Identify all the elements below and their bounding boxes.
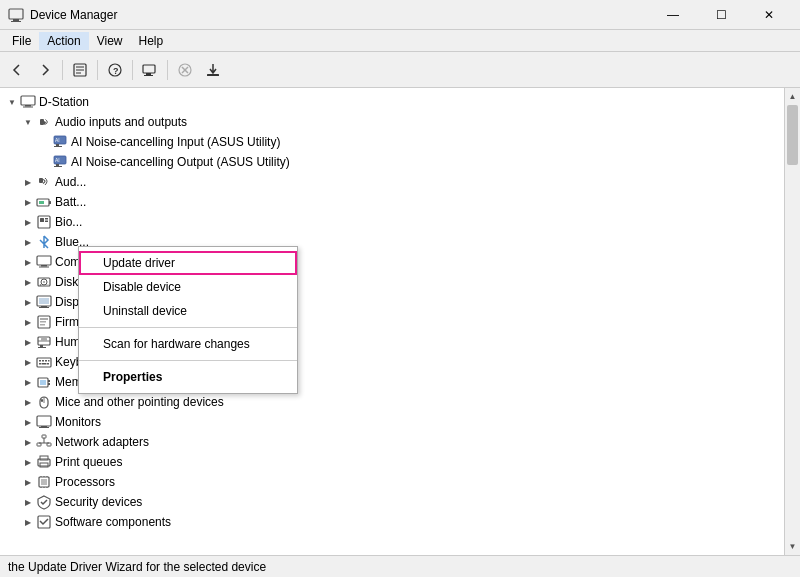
- menu-action[interactable]: Action: [39, 32, 88, 50]
- toolbar-sep-2: [97, 60, 98, 80]
- tree-item-software[interactable]: ▶ Software components: [0, 512, 784, 532]
- monitors-label: Monitors: [55, 415, 101, 429]
- tree-item-monitors[interactable]: ▶ Monitors: [0, 412, 784, 432]
- mice-icon: [36, 394, 52, 410]
- aud2-icon: [36, 174, 52, 190]
- svg-rect-33: [40, 218, 44, 222]
- expand-print[interactable]: ▶: [20, 454, 36, 470]
- audio-label: Audio inputs and outputs: [55, 115, 187, 129]
- audio-icon: [36, 114, 52, 130]
- svg-rect-19: [40, 119, 44, 125]
- tree-item-bios[interactable]: ▶ Bio...: [0, 212, 784, 232]
- svg-rect-11: [144, 75, 153, 76]
- ctx-scan-hardware[interactable]: Scan for hardware changes: [79, 332, 297, 356]
- ctx-update-driver[interactable]: Update driver: [79, 251, 297, 275]
- svg-rect-31: [39, 201, 44, 204]
- ai-output-icon: AI: [52, 154, 68, 170]
- status-text: the Update Driver Wizard for the selecte…: [8, 560, 266, 574]
- svg-rect-67: [48, 383, 50, 385]
- scroll-track[interactable]: [785, 105, 800, 538]
- menu-help[interactable]: Help: [131, 32, 172, 50]
- tree-item-aud2[interactable]: ▶ Aud...: [0, 172, 784, 192]
- expand-hid[interactable]: ▶: [20, 334, 36, 350]
- svg-point-40: [40, 284, 42, 286]
- scrollbar[interactable]: ▲ ▼: [784, 88, 800, 555]
- help-button[interactable]: ?: [102, 57, 128, 83]
- tree-item-ai-output[interactable]: AI AI Noise-cancelling Output (ASUS Util…: [0, 152, 784, 172]
- expand-monitors[interactable]: ▶: [20, 414, 36, 430]
- processors-label: Processors: [55, 475, 115, 489]
- svg-rect-85: [41, 479, 47, 485]
- expand-display[interactable]: ▶: [20, 294, 36, 310]
- svg-rect-47: [39, 298, 49, 304]
- expand-root[interactable]: ▼: [4, 94, 20, 110]
- close-button[interactable]: ✕: [746, 0, 792, 30]
- tree-item-batt[interactable]: ▶ Batt...: [0, 192, 784, 212]
- tree-item-print[interactable]: ▶ Print queues: [0, 452, 784, 472]
- svg-rect-49: [40, 318, 48, 320]
- expand-aud2[interactable]: ▶: [20, 174, 36, 190]
- memory-icon: [36, 374, 52, 390]
- svg-rect-30: [49, 201, 51, 204]
- forward-button[interactable]: [32, 57, 58, 83]
- context-menu: Update driver Disable device Uninstall d…: [78, 246, 298, 394]
- expand-security[interactable]: ▶: [20, 494, 36, 510]
- expand-software[interactable]: ▶: [20, 514, 36, 530]
- svg-rect-9: [143, 65, 155, 73]
- expand-audio[interactable]: ▼: [20, 114, 36, 130]
- bios-icon: [36, 214, 52, 230]
- window-controls: — ☐ ✕: [650, 0, 792, 30]
- properties-button[interactable]: [67, 57, 93, 83]
- menu-file[interactable]: File: [4, 32, 39, 50]
- tree-item-processors[interactable]: ▶ Processors: [0, 472, 784, 492]
- svg-rect-32: [38, 216, 50, 228]
- svg-rect-72: [37, 416, 51, 426]
- tree-item-mice[interactable]: ▶ Mice and other pointing devices: [0, 392, 784, 412]
- svg-rect-64: [47, 363, 49, 365]
- expand-mice[interactable]: ▶: [20, 394, 36, 410]
- tree-item-network[interactable]: ▶ Network adapters: [0, 432, 784, 452]
- svg-rect-74: [39, 427, 49, 428]
- expand-network[interactable]: ▶: [20, 434, 36, 450]
- toolbar-sep-3: [132, 60, 133, 80]
- scan-button[interactable]: [137, 57, 163, 83]
- expand-computer[interactable]: ▶: [20, 254, 36, 270]
- svg-rect-18: [23, 107, 33, 108]
- expand-keyboard[interactable]: ▶: [20, 354, 36, 370]
- tree-item-audio[interactable]: ▼ Audio inputs and outputs: [0, 112, 784, 132]
- ctx-disable-device[interactable]: Disable device: [79, 275, 297, 299]
- bios-label: Bio...: [55, 215, 82, 229]
- title-bar: Device Manager — ☐ ✕: [0, 0, 800, 30]
- minimize-button[interactable]: —: [650, 0, 696, 30]
- ctx-uninstall-device[interactable]: Uninstall device: [79, 299, 297, 323]
- tree-item-security[interactable]: ▶ Security devices: [0, 492, 784, 512]
- expand-batt[interactable]: ▶: [20, 194, 36, 210]
- tree-item-root[interactable]: ▼ D-Station: [0, 92, 784, 112]
- back-button[interactable]: [4, 57, 30, 83]
- expand-processors[interactable]: ▶: [20, 474, 36, 490]
- expand-memory[interactable]: ▶: [20, 374, 36, 390]
- ctx-properties[interactable]: Properties: [79, 365, 297, 389]
- mice-label: Mice and other pointing devices: [55, 395, 224, 409]
- expand-firmware[interactable]: ▶: [20, 314, 36, 330]
- software-label: Software components: [55, 515, 171, 529]
- svg-rect-57: [37, 358, 51, 367]
- svg-rect-25: [56, 164, 59, 166]
- security-label: Security devices: [55, 495, 142, 509]
- scroll-down[interactable]: ▼: [785, 538, 801, 555]
- disk-icon: [36, 274, 52, 290]
- menu-view[interactable]: View: [89, 32, 131, 50]
- maximize-button[interactable]: ☐: [698, 0, 744, 30]
- ctx-separator-2: [79, 360, 297, 361]
- print-icon: [36, 454, 52, 470]
- update-driver-button[interactable]: [200, 57, 226, 83]
- uninstall-button[interactable]: [172, 57, 198, 83]
- scroll-up[interactable]: ▲: [785, 88, 801, 105]
- expand-bios[interactable]: ▶: [20, 214, 36, 230]
- tree-item-ai-input[interactable]: AI AI Noise-cancelling Input (ASUS Utili…: [0, 132, 784, 152]
- expand-disk[interactable]: ▶: [20, 274, 36, 290]
- expand-bluetooth[interactable]: ▶: [20, 234, 36, 250]
- svg-rect-0: [9, 9, 23, 19]
- computer-icon: [20, 94, 36, 110]
- scroll-thumb[interactable]: [787, 105, 798, 165]
